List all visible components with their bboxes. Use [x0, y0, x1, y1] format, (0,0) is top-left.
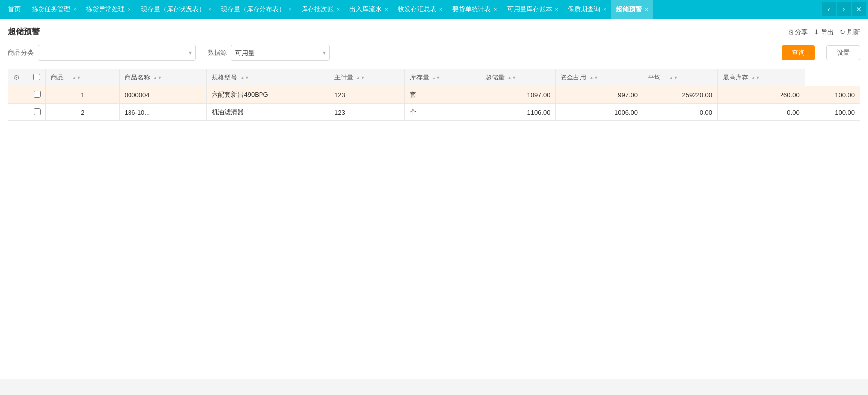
data-table: ⚙ 商品... ▲▼ 商品名称 ▲▼ 规格型号 ▲▼ 主计	[8, 69, 860, 121]
td-max-stock-1: 100.00	[805, 104, 860, 121]
td-num-1: 2	[46, 104, 120, 121]
nav-tab-4[interactable]: 库存批次账 ×	[297, 0, 345, 19]
nav-tab-8[interactable]: 可用量库存账本 ×	[502, 0, 563, 19]
nav-tab-2[interactable]: 现存量（库存状况表） ×	[136, 0, 216, 19]
sort-icon-max-stock: ▲▼	[751, 76, 760, 80]
nav-tab-close-6[interactable]: ×	[439, 6, 442, 12]
td-settings-0	[8, 86, 28, 104]
td-max-stock-0: 100.00	[805, 86, 860, 104]
page-content: 超储预警 ⎘ 分享 ⬇ 导出 ↻ 刷新 商品分类	[0, 19, 868, 379]
th-capital[interactable]: 资金占用 ▲▼	[556, 69, 643, 86]
datasource-filter: 数据源 可用量	[208, 45, 330, 61]
nav-next-button[interactable]: ›	[837, 2, 851, 16]
nav-tab-3[interactable]: 现存量（库存分布表） ×	[216, 0, 296, 19]
th-settings[interactable]: ⚙	[8, 69, 28, 86]
nav-prev-button[interactable]: ‹	[822, 2, 836, 16]
export-label: 导出	[821, 28, 834, 37]
nav-tab-close-7[interactable]: ×	[494, 6, 497, 12]
nav-tab-9[interactable]: 保质期查询 ×	[563, 0, 611, 19]
page-actions: ⎘ 分享 ⬇ 导出 ↻ 刷新	[789, 28, 860, 37]
td-capital-1: 0.00	[643, 104, 718, 121]
td-avg-0: 260.00	[718, 86, 805, 104]
sort-icon-over-stock: ▲▼	[507, 76, 516, 80]
td-goods-name-1: 机油滤清器	[207, 104, 329, 121]
row-checkbox-1[interactable]	[34, 108, 41, 115]
td-check-1[interactable]	[28, 104, 46, 121]
td-goods-name-0: 六配套新昌490BPG	[207, 86, 329, 104]
datasource-label: 数据源	[208, 48, 227, 57]
refresh-button[interactable]: ↻ 刷新	[840, 28, 860, 37]
td-spec-1: 123	[329, 104, 404, 121]
query-button[interactable]: 查询	[782, 45, 815, 60]
nav-home[interactable]: 首页	[2, 0, 27, 19]
nav-tab-close-9[interactable]: ×	[603, 6, 606, 12]
td-check-0[interactable]	[28, 86, 46, 104]
th-checkbox[interactable]	[28, 69, 46, 86]
nav-tab-label-3: 现存量（库存分布表）	[221, 5, 285, 14]
th-stock-label: 库存量	[410, 74, 429, 81]
nav-tab-label-0: 拣货任务管理	[32, 5, 70, 14]
td-goods-code-0: 0000004	[119, 86, 207, 104]
nav-tab-10[interactable]: 超储预警 ×	[611, 0, 652, 19]
th-stock[interactable]: 库存量 ▲▼	[404, 69, 480, 86]
nav-tab-6[interactable]: 收发存汇总表 ×	[393, 0, 447, 19]
th-avg[interactable]: 平均... ▲▼	[643, 69, 718, 86]
nav-tab-label-9: 保质期查询	[568, 5, 600, 14]
nav-close-all-button[interactable]: ✕	[852, 2, 866, 16]
nav-tab-label-1: 拣货异常处理	[86, 5, 125, 14]
nav-tab-label-6: 收发存汇总表	[398, 5, 436, 14]
th-goods-code-label: 商品...	[51, 74, 69, 81]
th-spec[interactable]: 规格型号 ▲▼	[207, 69, 329, 86]
datasource-select[interactable]: 可用量	[231, 45, 330, 61]
row-checkbox-0[interactable]	[34, 91, 41, 98]
nav-tab-close-0[interactable]: ×	[73, 6, 76, 12]
nav-tab-7[interactable]: 要货单统计表 ×	[447, 0, 502, 19]
th-over-stock-label: 超储量	[485, 74, 505, 81]
th-unit-label: 主计量	[334, 74, 353, 81]
export-button[interactable]: ⬇ 导出	[814, 28, 834, 37]
nav-tab-close-3[interactable]: ×	[288, 6, 291, 12]
th-goods-name[interactable]: 商品名称 ▲▼	[119, 69, 207, 86]
nav-tab-close-8[interactable]: ×	[555, 6, 558, 12]
th-over-stock[interactable]: 超储量 ▲▼	[480, 69, 556, 86]
nav-tab-close-5[interactable]: ×	[385, 6, 388, 12]
refresh-label: 刷新	[847, 28, 860, 37]
settings-icon[interactable]: ⚙	[13, 73, 20, 81]
td-unit-0: 套	[404, 86, 480, 104]
category-select[interactable]	[38, 45, 196, 61]
th-spec-label: 规格型号	[212, 74, 237, 81]
th-goods-code[interactable]: 商品... ▲▼	[46, 69, 120, 86]
nav-tab-label-4: 库存批次账	[302, 5, 334, 14]
td-over-stock-1: 1006.00	[556, 104, 643, 121]
nav-tab-0[interactable]: 拣货任务管理 ×	[27, 0, 81, 19]
page-header: 超储预警 ⎘ 分享 ⬇ 导出 ↻ 刷新	[8, 27, 860, 37]
td-spec-0: 123	[329, 86, 404, 104]
nav-tab-close-4[interactable]: ×	[337, 6, 340, 12]
nav-tab-close-1[interactable]: ×	[128, 6, 130, 12]
sort-icon-stock: ▲▼	[432, 76, 440, 80]
nav-tab-label-8: 可用量库存账本	[507, 5, 552, 14]
nav-tab-5[interactable]: 出入库流水 ×	[345, 0, 392, 19]
th-capital-label: 资金占用	[561, 74, 586, 81]
share-label: 分享	[795, 28, 808, 37]
td-over-stock-0: 997.00	[556, 86, 643, 104]
nav-tab-1[interactable]: 拣货异常处理 ×	[81, 0, 135, 19]
th-goods-name-label: 商品名称	[125, 74, 150, 81]
share-icon: ⎘	[789, 28, 793, 36]
td-stock-0: 1097.00	[480, 86, 556, 104]
sort-icon-unit: ▲▼	[356, 76, 365, 80]
select-all-checkbox[interactable]	[33, 74, 40, 80]
th-unit[interactable]: 主计量 ▲▼	[329, 69, 404, 86]
set-button[interactable]: 设置	[826, 45, 860, 60]
th-max-stock[interactable]: 最高库存 ▲▼	[718, 69, 805, 86]
nav-tab-label-2: 现存量（库存状况表）	[141, 5, 205, 14]
category-label: 商品分类	[8, 48, 34, 57]
nav-tab-close-2[interactable]: ×	[208, 6, 211, 12]
td-avg-1: 0.00	[718, 104, 805, 121]
filter-row: 商品分类 数据源 可用量 查询 设置	[8, 45, 860, 61]
nav-tab-close-10[interactable]: ×	[645, 6, 648, 12]
sort-icon-goods-code: ▲▼	[72, 76, 81, 80]
share-button[interactable]: ⎘ 分享	[789, 28, 808, 37]
table-header-row: ⚙ 商品... ▲▼ 商品名称 ▲▼ 规格型号 ▲▼ 主计	[8, 69, 860, 86]
th-max-stock-label: 最高库存	[723, 74, 748, 81]
